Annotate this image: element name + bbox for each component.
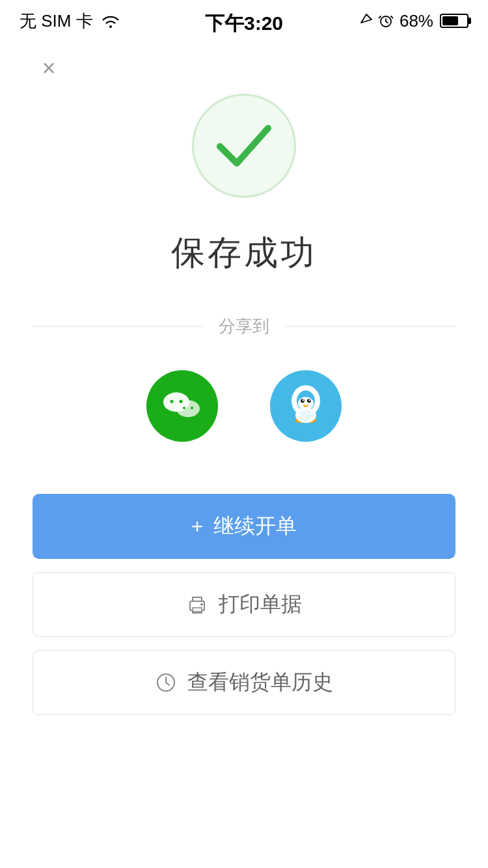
- history-button[interactable]: 查看销货单历史: [33, 650, 455, 715]
- svg-point-5: [183, 407, 185, 409]
- qq-share-button[interactable]: [270, 370, 342, 442]
- svg-rect-19: [193, 608, 202, 612]
- share-divider: 分享到: [0, 315, 488, 338]
- plus-icon: +: [191, 516, 204, 537]
- divider-right: [285, 326, 455, 327]
- close-icon: ×: [42, 57, 55, 80]
- close-button[interactable]: ×: [33, 52, 65, 85]
- action-buttons: + 继续开单 打印单据 查看销货单历史: [0, 494, 488, 715]
- alarm-icon: [379, 14, 393, 28]
- continue-button[interactable]: + 继续开单: [33, 494, 455, 559]
- divider-left: [33, 326, 203, 327]
- svg-point-4: [180, 400, 183, 403]
- print-icon: [186, 593, 208, 616]
- svg-point-6: [191, 407, 193, 409]
- svg-point-3: [170, 400, 174, 403]
- status-left: 无 SIM 卡: [20, 10, 120, 33]
- status-right: 68%: [360, 11, 468, 31]
- location-icon: [360, 14, 372, 28]
- battery-percent: 68%: [400, 11, 433, 31]
- wechat-icon: [161, 388, 204, 424]
- svg-point-13: [309, 400, 310, 401]
- svg-point-10: [301, 399, 305, 403]
- status-bar: 无 SIM 卡 下午3:20 68%: [0, 0, 488, 42]
- print-label: 打印单据: [219, 590, 302, 619]
- continue-label: 继续开单: [213, 512, 297, 541]
- share-row: [146, 370, 342, 442]
- success-circle: [192, 94, 296, 198]
- svg-point-17: [299, 410, 312, 420]
- wifi-icon: [101, 14, 120, 28]
- main-content: 保存成功 分享到: [0, 42, 488, 715]
- svg-point-12: [303, 400, 304, 401]
- status-time: 下午3:20: [205, 10, 283, 37]
- share-label: 分享到: [203, 315, 285, 338]
- wechat-share-button[interactable]: [146, 370, 218, 442]
- print-button[interactable]: 打印单据: [33, 572, 455, 637]
- svg-point-11: [307, 399, 311, 403]
- battery-icon: [440, 14, 468, 28]
- success-title: 保存成功: [171, 230, 317, 276]
- checkmark-icon: [215, 122, 273, 170]
- svg-point-20: [200, 603, 203, 606]
- clock-icon: [155, 671, 177, 694]
- history-label: 查看销货单历史: [187, 668, 333, 697]
- qq-icon: [286, 383, 325, 429]
- carrier-text: 无 SIM 卡: [20, 10, 93, 33]
